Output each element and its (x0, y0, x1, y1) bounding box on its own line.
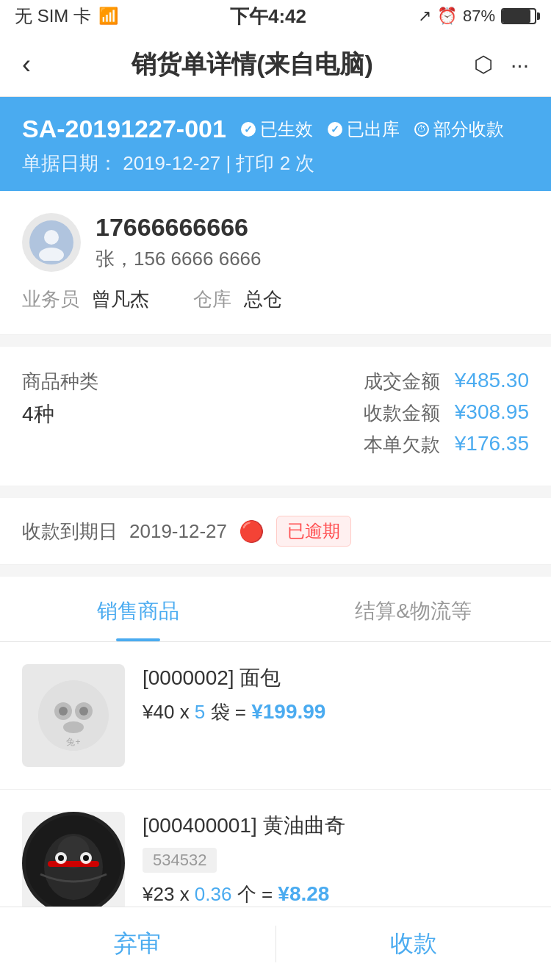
customer-meta: 业务员 曾凡杰 仓库 总仓 (22, 287, 529, 312)
more-icon[interactable]: ··· (511, 52, 529, 77)
product-image-bread: 兔+ (22, 664, 125, 767)
order-header-top: SA-20191227-001 ✓ 已生效 ✓ 已出库 ⏱ 部分收款 (22, 115, 529, 143)
overdue-icon: 🔴 (239, 519, 264, 544)
tabs-row: 销售商品 结算&物流等 (0, 577, 551, 641)
product-tag-cookie: 534532 (143, 848, 217, 873)
unit-bread: 袋 (211, 701, 230, 723)
due-date-label: 收款到期日 (22, 519, 118, 544)
customer-row: 17666666666 张，156 6666 6666 (22, 213, 529, 272)
svg-point-15 (58, 855, 64, 861)
product-item: 兔+ [0000002] 面包 ¥40 x 5 袋 = ¥199.99 (0, 642, 551, 790)
check-icon-2: ✓ (328, 122, 342, 137)
qty-bread: 5 (195, 701, 205, 723)
battery-text: 87% (463, 7, 495, 26)
warehouse-label: 仓库 (193, 288, 231, 310)
nav-bar: ‹ 销货单详情(来自电脑) ⬡ ··· (0, 32, 551, 97)
receipt-label: 收款金额 (364, 400, 440, 426)
battery-icon (501, 8, 536, 24)
customer-phone: 17666666666 (96, 213, 262, 242)
status-right: ↗ ⏰ 87% (418, 7, 536, 26)
price-bread: ¥40 (143, 701, 174, 723)
deal-label: 成交金额 (364, 369, 440, 394)
svg-rect-12 (48, 861, 99, 867)
avatar (22, 213, 81, 272)
product-img-circle (22, 812, 125, 915)
alarm-icon: ⏰ (437, 7, 457, 26)
product-price-cookie: ¥23 x 0.36 个 = ¥8.28 (143, 882, 529, 907)
nav-actions: ⬡ ··· (474, 51, 529, 77)
sales-info: 业务员 曾凡杰 (22, 287, 149, 312)
status-active-label: 已生效 (260, 118, 313, 141)
tab-settlement[interactable]: 结算&物流等 (276, 577, 551, 641)
customer-section: 17666666666 张，156 6666 6666 业务员 曾凡杰 仓库 总… (0, 191, 551, 335)
confirm-button[interactable]: 收款 (276, 913, 552, 975)
receipt-amount: ¥308.95 (455, 400, 529, 426)
battery-fill (503, 10, 530, 23)
status-time: 下午4:42 (230, 4, 306, 29)
svg-text:兔+: 兔+ (66, 737, 80, 747)
product-id-bread: [0000002] (143, 666, 234, 689)
avatar-icon (29, 220, 73, 264)
type-label: 商品种类 (22, 369, 98, 394)
location-icon: ↗ (418, 7, 431, 26)
debt-label: 本单欠款 (364, 432, 440, 458)
customer-name: 张，156 6666 6666 (96, 246, 262, 272)
summary-right: 成交金额 ¥485.30 收款金额 ¥308.95 本单欠款 ¥176.35 (364, 369, 529, 464)
wifi-icon: 📶 (98, 7, 118, 26)
product-info-bread: [0000002] 面包 ¥40 x 5 袋 = ¥199.99 (143, 664, 529, 725)
customer-info: 17666666666 张，156 6666 6666 (96, 213, 262, 272)
deal-amount: ¥485.30 (455, 369, 529, 394)
cancel-button[interactable]: 弃审 (0, 913, 276, 975)
deal-amount-row: 成交金额 ¥485.30 (364, 369, 529, 394)
products-section: 兔+ [0000002] 面包 ¥40 x 5 袋 = ¥199.99 (0, 642, 551, 937)
status-badge-active: ✓ 已生效 (241, 118, 313, 141)
order-date-label: 单据日期： (22, 152, 118, 174)
product-info-cookie: [000400001] 黄油曲奇 534532 ¥23 x 0.36 个 = ¥… (143, 812, 529, 907)
tabs-section: 销售商品 结算&物流等 (0, 577, 551, 642)
svg-point-0 (44, 230, 59, 245)
svg-point-16 (83, 855, 89, 861)
order-date-value: 2019-12-27 (123, 152, 220, 174)
product-title-cookie: 黄油曲奇 (263, 814, 345, 837)
due-section: 收款到期日 2019-12-27 🔴 已逾期 (0, 498, 551, 565)
order-date: 单据日期： 2019-12-27 | 打印 2 次 (22, 151, 529, 176)
product-name-bread: [0000002] 面包 (143, 664, 529, 692)
svg-point-6 (79, 707, 88, 716)
svg-point-1 (39, 248, 64, 261)
debt-amount: ¥176.35 (455, 432, 529, 458)
tab-sales-products[interactable]: 销售商品 (0, 577, 276, 641)
debt-amount-row: 本单欠款 ¥176.35 (364, 432, 529, 458)
product-name-cookie: [000400001] 黄油曲奇 (143, 812, 529, 840)
clock-icon: ⏱ (414, 122, 429, 137)
status-badge-partial: ⏱ 部分收款 (414, 118, 504, 141)
summary-left: 商品种类 4种 (22, 369, 98, 428)
overdue-badge: 已逾期 (276, 516, 351, 547)
receipt-amount-row: 收款金额 ¥308.95 (364, 400, 529, 426)
sales-person: 曾凡杰 (92, 288, 149, 310)
status-partial-label: 部分收款 (433, 118, 504, 141)
product-image-cookie (22, 812, 125, 915)
svg-point-7 (63, 721, 84, 733)
svg-point-5 (59, 707, 68, 716)
back-button[interactable]: ‹ (22, 49, 31, 80)
total-bread: ¥199.99 (251, 700, 325, 723)
product-title-bread: 面包 (240, 666, 281, 689)
product-placeholder-bread: 兔+ (22, 664, 125, 767)
order-print-text: | 打印 2 次 (226, 152, 314, 174)
product-price-bread: ¥40 x 5 袋 = ¥199.99 (143, 699, 529, 725)
warehouse-value: 总仓 (244, 288, 282, 310)
order-header: SA-20191227-001 ✓ 已生效 ✓ 已出库 ⏱ 部分收款 单据日期：… (0, 97, 551, 191)
total-cookie: ¥8.28 (278, 882, 329, 905)
unit-cookie: 个 (237, 883, 256, 905)
summary-section: 商品种类 4种 成交金额 ¥485.30 收款金额 ¥308.95 本单欠款 ¥… (0, 347, 551, 486)
carrier-text: 无 SIM 卡 (15, 4, 91, 28)
share-icon[interactable]: ⬡ (474, 51, 493, 77)
nav-title: 销货单详情(来自电脑) (31, 48, 474, 82)
status-bar: 无 SIM 卡 📶 下午4:42 ↗ ⏰ 87% (0, 0, 551, 32)
warehouse-info: 仓库 总仓 (193, 287, 282, 312)
type-value: 4种 (22, 400, 98, 428)
order-id: SA-20191227-001 (22, 115, 226, 143)
sales-label: 业务员 (22, 288, 79, 310)
qty-cookie: 0.36 (195, 883, 232, 905)
check-icon-1: ✓ (241, 122, 256, 137)
